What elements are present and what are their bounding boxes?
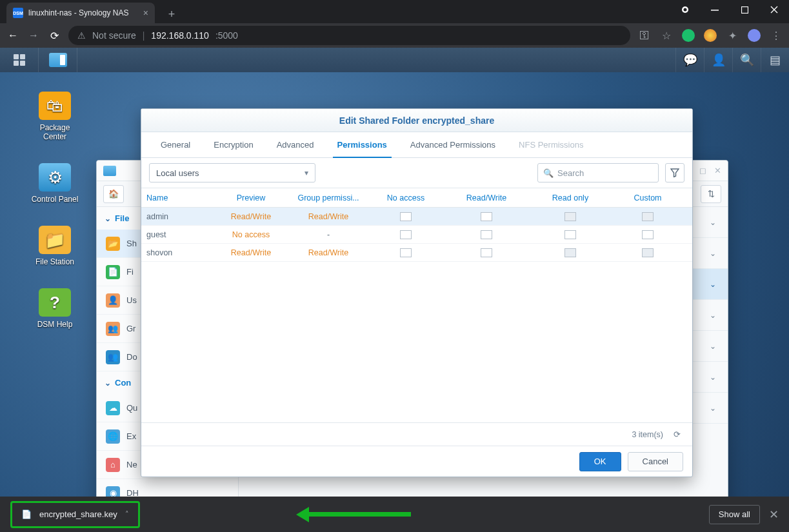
desktop-icon-dsm-help[interactable]: ? DSM Help [26, 288, 84, 329]
svg-point-1 [684, 8, 687, 12]
col-custom[interactable]: Custom [612, 193, 683, 202]
cell-preview: Read/Write [212, 212, 290, 221]
funnel-icon [670, 168, 679, 177]
chat-icon[interactable]: 💬 [675, 48, 704, 72]
download-filename: encrypted_share.key [39, 509, 117, 519]
extensions-puzzle-icon[interactable]: ✦ [726, 29, 739, 42]
profile-avatar-icon[interactable] [748, 29, 761, 42]
url-box[interactable]: ⚠ Not secure | 192.168.0.110:5000 [68, 26, 630, 45]
table-row[interactable]: guestNo access- [141, 226, 692, 244]
item-count: 3 item(s) [632, 430, 663, 439]
maximize-button[interactable] [730, 0, 759, 19]
cell-noaccess[interactable] [367, 248, 444, 257]
label: File Station [35, 257, 74, 266]
col-name[interactable]: Name [141, 193, 212, 202]
chevron-down-icon: ⌄ [710, 342, 716, 351]
extension-2-icon[interactable] [704, 29, 717, 42]
ok-button[interactable]: OK [579, 452, 621, 471]
control-panel-icon: ⚙ [39, 163, 71, 192]
search-icon[interactable]: 🔍 [732, 48, 761, 72]
modal-status-bar: 3 item(s) ⟳ [141, 422, 692, 446]
tab-encryption[interactable]: Encryption [202, 132, 265, 157]
cell-noaccess[interactable] [367, 230, 444, 239]
download-item[interactable]: 📄 encrypted_share.key ˄ [10, 501, 140, 528]
col-preview[interactable]: Preview [212, 193, 290, 202]
browser-tab[interactable]: DSM linuxhint-nas - Synology NAS × [6, 3, 155, 23]
filter-button[interactable] [665, 163, 684, 182]
shelf-close-icon[interactable]: ✕ [769, 507, 779, 522]
window-maximize-icon[interactable]: ◻ [699, 166, 706, 175]
new-tab-button[interactable]: + [163, 5, 181, 23]
chevron-down-icon: ⌄ [105, 214, 111, 223]
user-type-select[interactable]: Local users ▾ [149, 163, 315, 182]
back-button[interactable]: ← [6, 30, 19, 41]
close-button[interactable] [759, 0, 789, 19]
permissions-search-input[interactable]: 🔍 Search [537, 163, 659, 182]
dsm-taskbar-controlpanel[interactable] [39, 48, 77, 72]
help-icon: ? [39, 288, 71, 317]
col-group[interactable]: Group permissi... [290, 193, 367, 202]
cell-preview: Read/Write [212, 248, 290, 257]
url-security-label: Not secure [92, 30, 136, 41]
refresh-icon[interactable]: ⟳ [674, 429, 681, 439]
tab-permissions[interactable]: Permissions [326, 132, 399, 157]
globe-icon: 🌐 [106, 429, 120, 444]
os-hide-icon [670, 0, 700, 19]
url-host: 192.168.0.110 [151, 30, 209, 41]
cell-custom[interactable] [612, 248, 683, 257]
cell-readonly[interactable] [528, 230, 612, 239]
tab-close-icon[interactable]: × [143, 8, 148, 18]
chevron-down-icon: ⌄ [710, 311, 716, 320]
tab-general[interactable]: General [149, 132, 202, 157]
modal-filter-bar: Local users ▾ 🔍 Search [141, 158, 692, 188]
sort-button[interactable]: ⇅ [701, 185, 721, 203]
chevron-up-icon[interactable]: ˄ [125, 510, 129, 518]
cell-custom[interactable] [612, 230, 683, 239]
chevron-down-icon: ⌄ [710, 373, 716, 382]
minimize-button[interactable] [700, 0, 730, 19]
svg-rect-3 [741, 6, 748, 13]
annotation-arrow [308, 512, 411, 517]
file-services-icon: 📄 [106, 265, 120, 279]
grid-icon [14, 54, 25, 66]
cell-noaccess[interactable] [367, 212, 444, 221]
col-noaccess[interactable]: No access [367, 193, 444, 202]
modal-actions: OK Cancel [141, 446, 692, 477]
select-value: Local users [156, 168, 199, 178]
show-all-button[interactable]: Show all [709, 505, 760, 524]
domain-icon: 👥 [106, 350, 120, 364]
cell-readwrite[interactable] [444, 248, 528, 257]
widgets-icon[interactable]: ▤ [761, 48, 789, 72]
extension-1-icon[interactable] [682, 29, 695, 42]
tab-advanced[interactable]: Advanced [265, 132, 326, 157]
table-row[interactable]: adminRead/WriteRead/Write [141, 208, 692, 226]
cell-readonly[interactable] [528, 212, 612, 221]
cell-name: shovon [141, 248, 212, 257]
cell-readwrite[interactable] [444, 212, 528, 221]
desktop-icon-package-center[interactable]: 🛍 PackageCenter [26, 92, 84, 141]
chrome-menu-icon[interactable]: ⋮ [770, 29, 783, 42]
col-readonly[interactable]: Read only [528, 193, 612, 202]
package-center-icon: 🛍 [39, 92, 71, 120]
dsm-topbar: 💬 👤 🔍 ▤ [0, 48, 789, 72]
tab-nfs-permissions: NFS Permissions [507, 132, 595, 157]
window-close-icon[interactable]: ✕ [714, 166, 721, 175]
reload-button[interactable]: ⟳ [48, 30, 61, 42]
dsm-main-menu-button[interactable] [0, 48, 39, 72]
col-readwrite[interactable]: Read/Write [444, 193, 528, 202]
desktop-icon-file-station[interactable]: 📁 File Station [26, 226, 84, 266]
chevron-down-icon: ⌄ [710, 218, 716, 227]
table-row[interactable]: shovonRead/WriteRead/Write [141, 244, 692, 262]
desktop-icon-control-panel[interactable]: ⚙ Control Panel [26, 163, 84, 204]
tab-advanced-permissions[interactable]: Advanced Permissions [399, 132, 507, 157]
modal-tabs: General Encryption Advanced Permissions … [141, 132, 692, 158]
folder-icon: 📂 [106, 237, 120, 251]
cell-custom[interactable] [612, 212, 683, 221]
cell-readonly[interactable] [528, 248, 612, 257]
cell-readwrite[interactable] [444, 230, 528, 239]
bookmark-star-icon[interactable]: ☆ [660, 29, 673, 42]
home-button[interactable]: 🏠 [103, 185, 124, 203]
cancel-button[interactable]: Cancel [628, 452, 683, 471]
user-icon[interactable]: 👤 [704, 48, 732, 72]
saved-password-icon[interactable]: ⚿ [638, 29, 651, 42]
